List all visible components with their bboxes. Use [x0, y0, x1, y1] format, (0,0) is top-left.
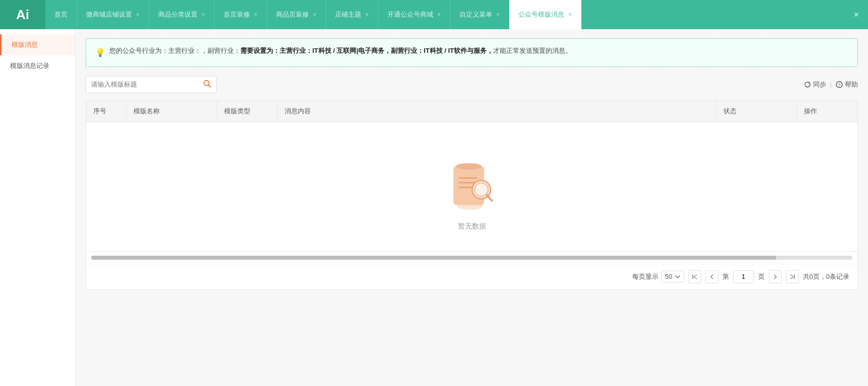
data-table: 序号 模版名称 模版类型 消息内容 状态 操作 [86, 100, 858, 290]
svg-point-5 [455, 163, 482, 170]
close-all-tabs-button[interactable]: × [844, 10, 868, 20]
main-layout: 模版消息 模版消息记录 💡 您的公众号行业为：主营行业：，副营行业：需要设置为：… [0, 29, 868, 386]
last-page-icon [789, 274, 795, 280]
sidebar-item-template-message[interactable]: 模版消息 [0, 34, 75, 55]
sync-button[interactable]: 同步 [804, 80, 826, 89]
th-status: 状态 [716, 101, 797, 122]
notice-text: 您的公众号行业为：主营行业：，副营行业：需要设置为：主营行业：IT科技 / 互联… [109, 46, 848, 56]
page-size-select[interactable]: 50 [661, 271, 684, 282]
help-icon: ? [836, 81, 843, 88]
notice-highlight: 需要设置为：主营行业：IT科技 / 互联网|电子商务，副营行业：IT科技 / I… [240, 47, 493, 54]
scrollbar-area [86, 251, 857, 264]
tab-custom-menu[interactable]: 自定义菜单 × [450, 0, 509, 29]
tab-close-shop-settings[interactable]: × [136, 11, 140, 18]
empty-state: 暂无数据 [86, 122, 857, 251]
tab-home-decor[interactable]: 首页装修 × [215, 0, 267, 29]
topbar: Ai 首页 微商城店铺设置 × 商品分类设置 × 首页装修 × 商品页装修 × … [0, 0, 868, 29]
svg-point-12 [477, 185, 480, 188]
th-content: 消息内容 [278, 101, 716, 122]
table-header: 序号 模版名称 模版类型 消息内容 状态 操作 [86, 101, 857, 122]
tab-product-decor[interactable]: 商品页装修 × [267, 0, 326, 29]
tab-home[interactable]: 首页 [45, 0, 77, 29]
tab-shop-settings[interactable]: 微商城店铺设置 × [77, 0, 149, 29]
chevron-down-icon [675, 274, 681, 280]
tab-close-custom-menu[interactable]: × [496, 11, 500, 18]
tab-category-settings[interactable]: 商品分类设置 × [149, 0, 215, 29]
toolbar-divider: | [830, 81, 832, 88]
tab-close-category-settings[interactable]: × [202, 11, 205, 18]
page-suffix: 页 [758, 272, 765, 281]
prev-page-button[interactable] [705, 270, 718, 283]
tab-close-product-decor[interactable]: × [313, 11, 316, 18]
chevron-left-icon [709, 274, 715, 280]
first-page-icon [692, 274, 698, 280]
svg-line-11 [486, 195, 492, 201]
page-size-value: 50 [665, 273, 672, 280]
th-index: 序号 [86, 101, 126, 122]
horizontal-scrollbar[interactable] [91, 256, 852, 260]
search-input[interactable] [91, 81, 200, 88]
sidebar: 模版消息 模版消息记录 [0, 29, 76, 386]
next-page-button[interactable] [769, 270, 782, 283]
th-name: 模版名称 [126, 101, 217, 122]
search-input-wrap [86, 76, 217, 93]
notice-icon: 💡 [95, 46, 105, 59]
tab-shop-theme[interactable]: 店铺主题 × [326, 0, 378, 29]
notice-box: 💡 您的公众号行业为：主营行业：，副营行业：需要设置为：主营行业：IT科技 / … [86, 38, 858, 67]
first-page-button[interactable] [688, 270, 701, 283]
tab-open-wechat-shop[interactable]: 开通公众号商城 × [378, 0, 450, 29]
svg-line-1 [209, 85, 211, 87]
sidebar-item-template-message-log[interactable]: 模版消息记录 [0, 55, 75, 76]
tab-template-message[interactable]: 公众号模版消息 × [509, 0, 581, 29]
scrollbar-thumb [91, 256, 776, 260]
help-button[interactable]: ? 帮助 [836, 80, 858, 89]
app-logo: Ai [0, 0, 45, 29]
tab-close-template-message[interactable]: × [568, 11, 572, 18]
tab-list: 首页 微商城店铺设置 × 商品分类设置 × 首页装修 × 商品页装修 × 店铺主… [45, 0, 844, 29]
page-label: 第 [722, 272, 729, 281]
chevron-right-icon [772, 274, 778, 280]
th-action: 操作 [797, 101, 857, 122]
empty-text: 暂无数据 [458, 222, 486, 231]
tab-close-open-wechat-shop[interactable]: × [437, 11, 441, 18]
page-number-input[interactable] [733, 270, 754, 283]
th-type: 模版类型 [217, 101, 278, 122]
sync-icon [804, 81, 811, 88]
toolbar-right: 同步 | ? 帮助 [804, 80, 858, 89]
content-area: 💡 您的公众号行业为：主营行业：，副营行业：需要设置为：主营行业：IT科技 / … [76, 29, 868, 386]
page-total: 共0页，0条记录 [803, 272, 849, 281]
page-size-label: 每页显示 [632, 272, 658, 281]
last-page-button[interactable] [786, 270, 799, 283]
search-bar: 同步 | ? 帮助 [86, 76, 858, 93]
page-size-wrap: 每页显示 50 [632, 271, 684, 282]
pagination: 每页显示 50 [86, 264, 857, 289]
svg-text:?: ? [838, 83, 840, 88]
empty-illustration [442, 152, 502, 213]
tab-close-home-decor[interactable]: × [254, 11, 257, 18]
search-button[interactable] [203, 80, 211, 90]
tab-close-shop-theme[interactable]: × [365, 11, 369, 18]
